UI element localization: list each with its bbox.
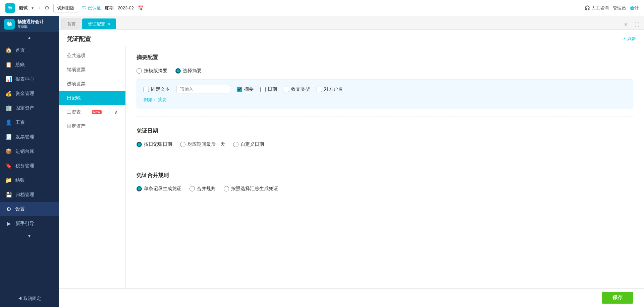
page-header: 凭证配置 ↺ 刷新 — [59, 30, 644, 46]
settings-sidebar-icon: ⚙ — [5, 206, 12, 212]
date-options-row: 按日记账日期 对应期间最后一天 自定义日期 — [137, 141, 633, 147]
nav-item-purchase-invoice[interactable]: 进项发票 — [59, 77, 125, 91]
payment-type-checkbox[interactable] — [284, 87, 289, 92]
sidebar-item-label: 工资 — [15, 120, 25, 126]
sidebar-item-label: 设置 — [15, 206, 25, 212]
example-prefix: 例如： — [144, 97, 157, 102]
date-checkbox[interactable] — [260, 87, 266, 92]
payroll-arrow-icon: ∨ — [114, 109, 117, 115]
abstract-template-option[interactable]: 按模版摘要 — [137, 68, 167, 74]
company-name: 测试 — [19, 5, 28, 11]
nav-item-public[interactable]: 公共选项 — [59, 49, 125, 63]
summary-checkbox[interactable] — [237, 87, 242, 92]
tax-icon: 🔖 — [5, 163, 12, 169]
sidebar-item-invoice[interactable]: 🧾 发票管理 — [0, 130, 59, 144]
nav-purchase-invoice-label: 进项发票 — [67, 81, 86, 87]
settings-icon[interactable]: ⚙ — [45, 5, 49, 11]
example-value: 摘要 — [158, 97, 167, 102]
sidebar-item-label: 固定资产 — [15, 105, 34, 111]
example-row: 例如： 摘要 — [144, 97, 626, 103]
sidebar-item-assets[interactable]: 🏢 固定资产 — [0, 101, 59, 115]
tab-close-icon[interactable]: × — [108, 22, 110, 27]
sidebar-item-label: 首页 — [15, 47, 25, 53]
tab-bar-expand-button[interactable]: ⛶ — [633, 21, 641, 28]
nav-item-fixed-assets[interactable]: 固定资产 — [59, 119, 125, 133]
service-icon: 🎧 — [585, 5, 590, 10]
date-last-day-option[interactable]: 对应期间最后一天 — [180, 141, 225, 147]
company-dropdown[interactable]: ▾ — [32, 6, 34, 10]
sidebar-item-archive[interactable]: 💾 归档管理 — [0, 187, 59, 202]
merge-summary-radio[interactable] — [224, 186, 229, 191]
abstract-checkboxes: 固定文本 摘要 日期 — [144, 85, 626, 93]
sidebar-item-guide[interactable]: ▶ 新手引导 — [0, 216, 59, 231]
date-option[interactable]: 日期 — [260, 86, 277, 92]
tab-bar-close-button[interactable]: ✕ — [622, 21, 630, 28]
tab-voucher-config[interactable]: 凭证配置 × — [82, 18, 116, 29]
sidebar-item-close[interactable]: 📁 结账 — [0, 173, 59, 187]
switch-version-button[interactable]: 切到旧版 — [53, 4, 78, 12]
fixed-text-option[interactable]: 固定文本 — [144, 86, 170, 92]
date-last-day-radio[interactable] — [180, 142, 185, 147]
tab-config-label: 凭证配置 — [88, 21, 105, 27]
certified-icon: 🛡 — [82, 5, 87, 10]
calendar-icon[interactable]: 📅 — [138, 5, 144, 11]
sidebar-scroll-up[interactable]: ▲ — [0, 32, 59, 43]
inner-layout: 公共选项 销项发票 进项发票 日记账 工资表 NEW ∨ 固定资产 — [59, 46, 644, 288]
merge-options-row: 单条记录生成凭证 合并规则 按照选择汇总生成凭证 — [137, 186, 633, 192]
merge-single-option[interactable]: 单条记录生成凭证 — [137, 186, 181, 192]
home-icon: 🏠 — [5, 47, 12, 53]
left-nav: 公共选项 销项发票 进项发票 日记账 工资表 NEW ∨ 固定资产 — [59, 46, 126, 288]
abstract-template-radio[interactable] — [137, 68, 142, 74]
sidebar-item-label: 新手引导 — [15, 221, 34, 227]
sidebar-item-report[interactable]: 📊 报表中心 — [0, 72, 59, 86]
finance-icon: 💰 — [5, 90, 12, 97]
sidebar-item-label: 进销台账 — [15, 148, 34, 155]
close-icon: 📁 — [5, 177, 12, 183]
sidebar-item-home[interactable]: 🏠 首页 — [0, 43, 59, 57]
save-button[interactable]: 保存 — [602, 292, 633, 304]
service-button[interactable]: 🎧 人工咨询 — [585, 5, 609, 11]
cancel-fixed-button[interactable]: ◀ 取消固定 — [0, 293, 59, 304]
sidebar-item-sales[interactable]: 📦 进销台账 — [0, 144, 59, 159]
merge-rule-option[interactable]: 合并规则 — [190, 186, 216, 192]
fixed-text-checkbox[interactable] — [144, 87, 149, 92]
refresh-button[interactable]: ↺ 刷新 — [622, 36, 636, 42]
payment-type-option[interactable]: 收支类型 — [284, 86, 310, 92]
merge-single-radio[interactable] — [137, 186, 142, 191]
date-diary-option[interactable]: 按日记账日期 — [137, 141, 172, 147]
guide-icon: ▶ — [5, 220, 12, 227]
tab-home[interactable]: 首页 — [61, 18, 82, 29]
abstract-options-row: 按模版摘要 选择摘要 — [137, 68, 633, 74]
sidebar-scroll-down[interactable]: ▼ — [0, 231, 59, 242]
counterpart-label: 对方户名 — [324, 86, 343, 92]
merge-summary-option[interactable]: 按照选择汇总生成凭证 — [224, 186, 278, 192]
counterpart-option[interactable]: 对方户名 — [317, 86, 343, 92]
sidebar-item-label: 报表中心 — [15, 76, 34, 82]
archive-icon: 💾 — [5, 191, 12, 198]
nav-item-sales-invoice[interactable]: 销项发票 — [59, 63, 125, 77]
tab-bar-right: ✕ ⛶ — [622, 21, 641, 29]
role-label[interactable]: 会计 — [630, 5, 639, 11]
abstract-select-radio[interactable] — [175, 68, 181, 74]
sidebar-item-finance[interactable]: 💰 资金管理 — [0, 86, 59, 101]
date-diary-radio[interactable] — [137, 142, 142, 147]
sidebar: 畅 畅捷通好会计 专业版 ▲ 🏠 首页 📋 总账 📊 报表中心 💰 资 — [0, 16, 59, 307]
merge-rule-radio[interactable] — [190, 186, 195, 191]
counterpart-checkbox[interactable] — [317, 87, 322, 92]
add-button[interactable]: + — [38, 5, 41, 11]
date-custom-option[interactable]: 自定义日期 — [233, 141, 264, 147]
nav-item-payroll[interactable]: 工资表 NEW ∨ — [59, 105, 125, 119]
merge-single-label: 单条记录生成凭证 — [144, 186, 181, 192]
merge-section: 凭证合并规则 单条记录生成凭证 合并规则 按照选择汇总生成凭证 — [137, 172, 633, 205]
sidebar-item-salary[interactable]: 👤 工资 — [0, 115, 59, 130]
sidebar-item-ledger[interactable]: 📋 总账 — [0, 57, 59, 72]
date-title: 凭证日期 — [137, 128, 633, 135]
admin-label[interactable]: 管理员 — [613, 5, 626, 11]
sidebar-item-tax[interactable]: 🔖 税务管理 — [0, 159, 59, 173]
abstract-select-option[interactable]: 选择摘要 — [175, 68, 202, 74]
summary-option[interactable]: 摘要 — [237, 86, 254, 92]
date-custom-radio[interactable] — [233, 142, 238, 147]
fixed-text-input[interactable] — [176, 85, 230, 93]
nav-item-diary[interactable]: 日记账 — [59, 91, 125, 105]
sidebar-item-settings[interactable]: ⚙ 设置 — [0, 202, 59, 216]
